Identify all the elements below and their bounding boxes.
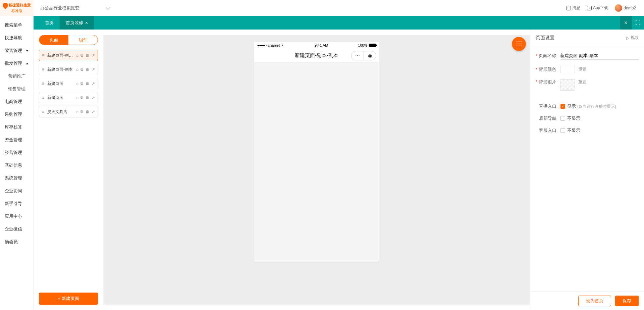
set-home-button[interactable]: 设为首页 — [578, 296, 611, 306]
tab-home[interactable]: 首页 — [39, 16, 60, 30]
home-icon[interactable]: ⌂ — [76, 67, 78, 72]
share-icon[interactable]: ↗ — [92, 67, 95, 72]
page-item-name: 新建页面-副本 — [47, 67, 74, 72]
sidebar-item-member[interactable]: 畅会员 — [0, 236, 33, 248]
save-button[interactable]: 保存 — [615, 296, 639, 306]
sidebar-item-base[interactable]: 基础信息 — [0, 159, 33, 172]
battery-percent: 100% — [358, 43, 367, 47]
caret-up-icon — [26, 63, 29, 64]
top-bar: 畅捷通好生意 标准版 办公品行业模拟账套 ⋯ 消息 ↓ App下载 demo2 — [0, 0, 644, 16]
share-icon[interactable]: ↗ — [92, 53, 95, 58]
delete-icon[interactable]: 🗑 — [86, 53, 90, 58]
target-icon[interactable]: ◉ — [364, 51, 376, 60]
sidebar-item-coop[interactable]: 企业协同 — [0, 185, 33, 197]
drag-icon[interactable]: ≡ — [42, 82, 45, 86]
home-icon[interactable]: ⌂ — [76, 81, 78, 86]
checkbox-live[interactable]: ✓ — [560, 104, 565, 109]
delete-icon[interactable]: 🗑 — [86, 81, 90, 86]
chevron-down-icon — [106, 5, 110, 9]
copy-icon[interactable]: ⧉ — [80, 67, 84, 72]
sidebar-sub-marketing[interactable]: 营销推广 — [0, 70, 33, 83]
sidebar-item-wechat[interactable]: 企业微信 — [0, 223, 33, 236]
settings-title: 页面设置 — [536, 35, 554, 41]
share-icon[interactable]: ↗ — [92, 81, 95, 86]
drag-icon[interactable]: ≡ — [42, 53, 45, 57]
phone-page-title: 新建页面-副本-副本 — [295, 52, 338, 59]
sidebar-item-wholesale[interactable]: 批发管理 — [0, 57, 33, 70]
sidebar-item-guide[interactable]: 新手引导 — [0, 197, 33, 210]
tab-bar: 首页 首页装修 × × ⛶ — [34, 16, 644, 30]
label-bg-color: 背景颜色 — [539, 66, 560, 72]
page-list-item[interactable]: ≡新建页面⌂⧉🗑↗ — [39, 92, 98, 103]
sidebar-item-retail[interactable]: 零售管理 — [0, 44, 33, 57]
drag-icon[interactable]: ≡ — [42, 110, 45, 114]
share-icon[interactable]: ↗ — [92, 109, 95, 114]
settings-panel: 页面设置 ▷ 视频 * 页面名称 * — [530, 30, 644, 310]
delete-icon[interactable]: 🗑 — [86, 109, 90, 114]
brand-logo: 畅捷通好生意 标准版 — [0, 0, 34, 16]
page-list-item[interactable]: ≡新建页面⌂⧉🗑↗ — [39, 78, 98, 89]
sidebar-item-stock[interactable]: 库存核算 — [0, 121, 33, 134]
home-icon[interactable]: ⌂ — [76, 53, 78, 58]
page-list-item[interactable]: ≡新建页面-副本...⌂⧉🗑↗ — [39, 50, 98, 61]
canvas: ●●●●○ chanjet ᯤ 9:41 AM 100% 新建页面-副本 — [103, 35, 530, 305]
new-page-button[interactable]: + 新建页面 — [39, 293, 98, 305]
delete-icon[interactable]: 🗑 — [86, 67, 90, 72]
phone-body[interactable] — [254, 62, 380, 262]
sidebar-item-system[interactable]: 系统管理 — [0, 172, 33, 185]
fullscreen-button[interactable]: ⛶ — [632, 16, 644, 30]
copy-icon[interactable]: ⧉ — [80, 53, 84, 58]
more-icon[interactable]: ⋯ — [352, 51, 364, 60]
signal-icon: ●●●●○ — [257, 43, 267, 47]
copy-icon[interactable]: ⧉ — [80, 95, 84, 100]
toggle-panel-button[interactable] — [512, 37, 526, 51]
live-hint: (仅当进行直播时展示) — [577, 104, 616, 109]
chat-icon: ⋯ — [566, 6, 571, 10]
home-icon[interactable]: ⌂ — [76, 109, 78, 114]
sidebar-sub-sales[interactable]: 销售管理 — [0, 83, 33, 95]
sidebar-item-purchase[interactable]: 采购管理 — [0, 108, 33, 121]
close-icon[interactable]: × — [85, 20, 88, 25]
messages-link[interactable]: ⋯ 消息 — [566, 5, 580, 11]
sidebar: 搜索菜单 快捷导航 零售管理 批发管理 营销推广 销售管理 电商管理 采购管理 … — [0, 16, 34, 310]
segment-page[interactable]: 页面 — [39, 35, 68, 45]
share-icon[interactable]: ↗ — [92, 95, 95, 100]
flame-icon — [2, 1, 9, 9]
sidebar-item-quick[interactable]: 快捷导航 — [0, 32, 33, 44]
required-mark: * — [536, 53, 537, 58]
label-bottomnav: 底部导航 — [539, 115, 560, 121]
page-list-item[interactable]: ≡昊天文具店⌂⧉🗑↗ — [39, 106, 98, 117]
tab-decor[interactable]: 首页装修 × — [60, 16, 94, 30]
checkbox-service[interactable] — [560, 128, 565, 133]
segment-component[interactable]: 组件 — [68, 35, 98, 45]
bg-color-swatch[interactable] — [560, 66, 575, 73]
video-help-link[interactable]: ▷ 视频 — [626, 35, 639, 41]
drag-icon[interactable]: ≡ — [42, 96, 45, 100]
delete-icon[interactable]: 🗑 — [86, 95, 90, 100]
phone-time: 9:41 AM — [315, 43, 328, 47]
app-download-link[interactable]: ↓ App下载 — [587, 5, 608, 11]
user-menu[interactable]: demo2 — [615, 4, 636, 12]
copy-icon[interactable]: ⧉ — [80, 109, 84, 114]
sidebar-item-appcenter[interactable]: 应用中心 — [0, 210, 33, 223]
phone-capsule: ⋯ ◉ — [351, 51, 376, 60]
sidebar-item-fund[interactable]: 资金管理 — [0, 134, 33, 146]
sidebar-item-search[interactable]: 搜索菜单 — [0, 19, 33, 32]
checkbox-bottomnav[interactable] — [560, 116, 565, 121]
input-page-name[interactable] — [560, 52, 639, 60]
sidebar-item-operate[interactable]: 经营管理 — [0, 146, 33, 159]
copy-icon[interactable]: ⧉ — [80, 81, 84, 86]
drag-icon[interactable]: ≡ — [42, 67, 45, 71]
battery-icon — [369, 44, 376, 47]
page-list-item[interactable]: ≡新建页面-副本⌂⧉🗑↗ — [39, 64, 98, 75]
phone-navbar: 新建页面-副本-副本 ⋯ ◉ — [254, 49, 380, 62]
tab-close-all[interactable]: × — [620, 16, 632, 30]
sidebar-item-ecom[interactable]: 电商管理 — [0, 95, 33, 108]
home-icon[interactable]: ⌂ — [76, 95, 78, 100]
label-page-name: 页面名称 — [539, 53, 560, 59]
account-selector[interactable]: 办公品行业模拟账套 — [40, 5, 110, 11]
bg-image-swatch[interactable] — [560, 79, 575, 91]
wifi-icon: ᯤ — [281, 43, 285, 47]
reset-bg-color[interactable]: 重置 — [578, 67, 586, 72]
reset-bg-image[interactable]: 重置 — [578, 79, 586, 85]
